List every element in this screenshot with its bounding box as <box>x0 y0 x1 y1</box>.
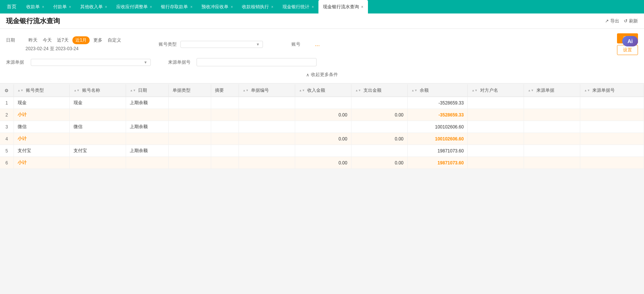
source-doc-no-label: 来源单据号 <box>168 59 191 66</box>
tab-yinhangcunqudan[interactable]: 银行存取款单 × <box>156 0 197 13</box>
tab-fukuandan[interactable]: 付款单 × <box>49 0 76 13</box>
sort-icon8: ▲▼ <box>471 89 477 92</box>
table-row[interactable]: 2小计0.000.00-3528659.33 <box>0 109 644 121</box>
close-tab-2[interactable]: × <box>105 5 107 9</box>
cell-balance: 19871073.60 <box>407 145 468 157</box>
cell-counterpart <box>468 109 524 121</box>
source-doc-no-input[interactable] <box>197 58 317 66</box>
close-tab-1[interactable]: × <box>69 5 71 9</box>
cell-doc-type <box>168 109 211 121</box>
cell-doc-no <box>239 97 295 109</box>
collapse-button[interactable]: ∧ 收起更多条件 <box>306 72 338 78</box>
th-summary[interactable]: 摘要 <box>211 84 239 97</box>
close-tab-0[interactable]: × <box>42 5 44 9</box>
th-doc-no[interactable]: ▲▼ 单据编号 <box>239 84 295 97</box>
cell-account-type: 小计 <box>14 109 70 121</box>
account-dots-button[interactable]: ... <box>313 41 321 48</box>
cell-counterpart <box>468 97 524 109</box>
page-title: 现金银行流水查询 <box>6 16 60 25</box>
cell-account-name: 微信 <box>70 121 126 133</box>
cell-doc-no <box>239 109 295 121</box>
tab-yushoudan[interactable]: 预收冲应收单 × <box>197 0 237 13</box>
cell-index: 2 <box>0 109 14 121</box>
cell-expense <box>351 97 407 109</box>
cell-account-name: 支付宝 <box>70 145 126 157</box>
th-expense[interactable]: ▲▼ 支出金额 <box>351 84 407 97</box>
tab-xianjinyinhangliushui[interactable]: 现金银行流水查询 × <box>318 0 368 13</box>
cell-date: 上期余额 <box>126 121 168 133</box>
shortcut-more[interactable]: 更多 <box>92 36 104 44</box>
tab-xianjinyinhangtongjj[interactable]: 现金银行统计 × <box>278 0 318 13</box>
tab-shoukuandan[interactable]: 收款单 × <box>22 0 49 13</box>
close-tab-4[interactable]: × <box>190 5 192 9</box>
shortcut-today[interactable]: 今天 <box>41 36 53 44</box>
table-row[interactable]: 3微信微信上期余额100102606.60 <box>0 121 644 133</box>
tab-shoukuanzhixing[interactable]: 收款核销执行 × <box>237 0 278 13</box>
cell-expense: 0.00 <box>351 109 407 121</box>
th-account-type[interactable]: ▲▼ 账号类型 <box>14 84 70 97</box>
page-header: 现金银行流水查询 ↗ 导出 ↺ 刷新 <box>0 13 644 29</box>
cell-expense <box>351 121 407 133</box>
account-label: 账号 <box>291 41 310 48</box>
cell-account-name: 现金 <box>70 97 126 109</box>
close-tab-6[interactable]: × <box>271 5 273 9</box>
th-balance[interactable]: ▲▼ 余额 <box>407 84 468 97</box>
sort-icon2: ▲▼ <box>74 89 80 92</box>
cell-source-doc <box>524 145 580 157</box>
th-income[interactable]: ▲▼ 收入金额 <box>295 84 351 97</box>
cell-source-doc-no <box>580 121 644 133</box>
nav-bar: 首页 收款单 × 付款单 × 其他收入单 × 应收应付调整单 × 银行存取款单 … <box>0 0 644 13</box>
sort-icon10: ▲▼ <box>584 89 590 92</box>
shortcut-7days[interactable]: 近7天 <box>56 36 70 44</box>
cell-source-doc <box>524 157 580 169</box>
export-button[interactable]: ↗ 导出 <box>605 18 619 24</box>
cell-balance: -3528659.33 <box>407 109 468 121</box>
cell-source-doc <box>524 133 580 145</box>
table-row[interactable]: 5支付宝支付宝上期余额19871073.60 <box>0 145 644 157</box>
export-icon: ↗ <box>605 18 609 24</box>
th-source-doc-no[interactable]: ▲▼ 来源单据号 <box>580 84 644 97</box>
settings-button[interactable]: 设置 <box>617 45 638 55</box>
date-shortcuts: 昨天 今天 近7天 近1月 更多 自定义 <box>27 36 123 44</box>
cell-summary <box>211 97 239 109</box>
sort-icon4: ▲▼ <box>243 89 249 92</box>
shortcut-1month[interactable]: 近1月 <box>72 36 90 44</box>
table-row[interactable]: 4小计0.000.00100102606.60 <box>0 133 644 145</box>
close-tab-8[interactable]: × <box>361 5 363 9</box>
th-account-name[interactable]: ▲▼ 账号名称 <box>70 84 126 97</box>
collapse-up-icon: ∧ <box>306 72 309 78</box>
close-tab-3[interactable]: × <box>150 5 152 9</box>
shortcut-custom[interactable]: 自定义 <box>106 36 123 44</box>
source-doc-select[interactable]: ▼ <box>31 59 151 66</box>
nav-home[interactable]: 首页 <box>2 3 22 10</box>
table-row[interactable]: 6小计0.000.0019871073.60 <box>0 157 644 169</box>
shortcut-yesterday[interactable]: 昨天 <box>27 36 39 44</box>
cell-doc-type <box>168 97 211 109</box>
date-range-display: 2023-02-24 至 2023-03-24 <box>26 46 78 52</box>
close-tab-7[interactable]: × <box>312 5 314 9</box>
tab-yingshouyingfutiaozhendan[interactable]: 应收应付调整单 × <box>112 0 157 13</box>
cell-date: 上期余额 <box>126 97 168 109</box>
cell-index: 6 <box>0 157 14 169</box>
ai-badge[interactable]: Ai <box>622 36 638 46</box>
th-gear[interactable]: ⚙ <box>0 84 14 97</box>
cell-source-doc <box>524 121 580 133</box>
close-tab-5[interactable]: × <box>231 5 233 9</box>
refresh-button[interactable]: ↺ 刷新 <box>624 18 638 24</box>
cell-income: 0.00 <box>295 133 351 145</box>
sort-icon7: ▲▼ <box>411 89 417 92</box>
th-doc-type[interactable]: 单据类型 <box>168 84 211 97</box>
cell-account-type: 微信 <box>14 121 70 133</box>
cell-counterpart <box>468 133 524 145</box>
th-source-doc[interactable]: ▲▼ 来源单据 <box>524 84 580 97</box>
account-type-select[interactable]: ▼ <box>180 41 263 48</box>
cell-doc-no <box>239 133 295 145</box>
th-counterpart[interactable]: ▲▼ 对方户名 <box>468 84 524 97</box>
tab-qitashouruid[interactable]: 其他收入单 × <box>76 0 112 13</box>
cell-summary <box>211 109 239 121</box>
chevron-down-icon: ▼ <box>256 42 260 46</box>
th-date[interactable]: ▲▼ 日期 <box>126 84 168 97</box>
cell-income <box>295 97 351 109</box>
sort-icon9: ▲▼ <box>528 89 534 92</box>
table-row[interactable]: 1现金现金上期余额-3528659.33 <box>0 97 644 109</box>
